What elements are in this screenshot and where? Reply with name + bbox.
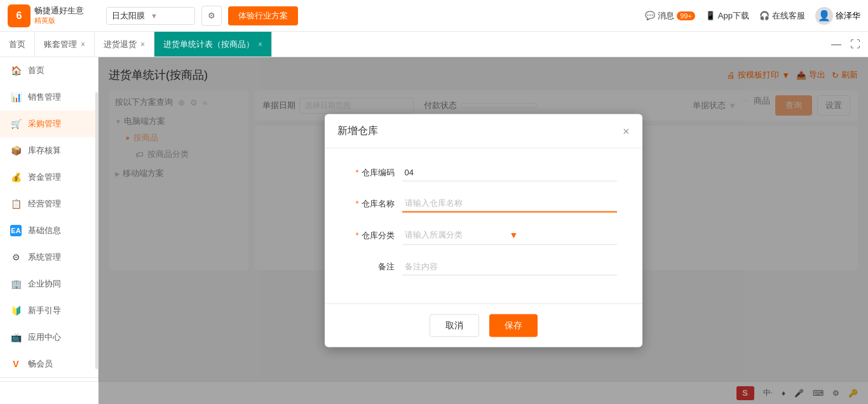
- basic-info-icon: EA: [10, 225, 22, 236]
- modal-body: *仓库编码 *仓库名称 *仓库分类 请输入所: [325, 149, 642, 304]
- tab-home-label: 首页: [9, 39, 25, 50]
- sidebar-item-home[interactable]: 🏠 首页: [0, 57, 98, 84]
- sidebar-item-guide-label: 新手引导: [28, 305, 61, 316]
- top-header: 6 畅捷通好生意 精英版 日太阳膜 ▼ ⚙ 体验行业方案 💬 消息 99+ 📱 …: [0, 0, 868, 32]
- phone-icon: 📱: [705, 11, 715, 20]
- sidebar-item-operations[interactable]: 📋 经营管理: [0, 191, 98, 217]
- form-row-category: *仓库分类 请输入所属分类 ▼: [350, 226, 617, 245]
- app-download-item[interactable]: 📱 App下载: [705, 10, 749, 22]
- sidebar-item-member[interactable]: V 畅会员: [0, 351, 98, 377]
- tab-account[interactable]: 账套管理 ×: [35, 32, 95, 57]
- header-main: 日太阳膜 ▼ ⚙ 体验行业方案: [106, 6, 645, 26]
- tab-maximize-icon[interactable]: ⛶: [848, 37, 863, 51]
- settings-icon[interactable]: ⚙: [201, 6, 222, 26]
- sidebar-item-appstore[interactable]: 📺 应用中心: [0, 324, 98, 351]
- sidebar-item-appstore-label: 应用中心: [28, 332, 61, 343]
- sidebar-item-purchase-label: 采购管理: [28, 118, 61, 130]
- sidebar-item-inventory[interactable]: 📦 库存核算: [0, 137, 98, 164]
- operations-icon: 📋: [10, 198, 22, 210]
- name-input[interactable]: [402, 194, 617, 213]
- online-service-item[interactable]: 🎧 在线客服: [759, 10, 805, 22]
- sidebar-item-system[interactable]: ⚙ 系统管理: [0, 244, 98, 271]
- code-required-mark: *: [355, 168, 358, 177]
- sidebar-item-sales[interactable]: 📊 销售管理: [0, 84, 98, 111]
- modal-footer: 取消 保存: [325, 304, 642, 347]
- cancel-button[interactable]: 取消: [430, 314, 479, 337]
- avatar: 👤: [815, 7, 833, 25]
- sidebar-item-finance-label: 资金管理: [28, 172, 61, 183]
- enterprise-icon: 🏢: [10, 278, 22, 290]
- name-required-mark: *: [355, 198, 358, 208]
- sidebar-item-basic-label: 基础信息: [28, 225, 61, 236]
- tab-purchase-stats[interactable]: 进货单统计表（按商品） ×: [154, 32, 272, 57]
- trial-button[interactable]: 体验行业方案: [228, 6, 298, 25]
- tab-minimize-icon[interactable]: —: [829, 37, 844, 51]
- tab-bar: 首页 账套管理 × 进货退货 × 进货单统计表（按商品） × — ⛶: [0, 32, 868, 57]
- tab-purchase-stats-label: 进货单统计表（按商品）: [163, 39, 254, 50]
- app-download-label: App下载: [718, 10, 749, 22]
- form-row-name: *仓库名称: [350, 194, 617, 213]
- member-icon: V: [10, 358, 22, 370]
- form-row-code: *仓库编码: [350, 164, 617, 182]
- user-avatar-area[interactable]: 👤 徐泽华: [815, 7, 860, 25]
- sidebar-item-sales-label: 销售管理: [28, 91, 61, 103]
- logo-area: 6 畅捷通好生意 精英版: [8, 4, 106, 27]
- home-icon: 🏠: [10, 65, 22, 76]
- sidebar-item-enterprise-label: 企业协同: [28, 278, 61, 290]
- category-label: *仓库分类: [350, 229, 395, 241]
- modal-header: 新增仓库 ×: [325, 114, 642, 149]
- logo-icon: 6: [8, 4, 31, 27]
- sidebar-item-purchase[interactable]: 🛒 采购管理: [0, 111, 98, 137]
- main-layout: 🏠 首页 📊 销售管理 🛒 采购管理 📦 库存核算 💰 资金管理 📋 经营管理 …: [0, 57, 868, 404]
- sales-icon: 📊: [10, 91, 22, 103]
- note-label: 备注: [350, 261, 395, 273]
- sidebar-item-operations-label: 经营管理: [28, 198, 61, 210]
- tab-controls: — ⛶: [824, 32, 868, 57]
- category-arrow-icon: ▼: [510, 230, 614, 240]
- category-required-mark: *: [355, 230, 358, 239]
- inventory-icon: 📦: [10, 145, 22, 156]
- tab-home[interactable]: 首页: [0, 32, 35, 57]
- category-select[interactable]: 请输入所属分类 ▼: [402, 226, 617, 245]
- code-label: *仓库编码: [350, 167, 395, 178]
- modal-close-icon[interactable]: ×: [623, 125, 630, 137]
- category-placeholder: 请输入所属分类: [405, 229, 510, 241]
- store-selector[interactable]: 日太阳膜 ▼: [106, 7, 195, 25]
- sidebar-item-member-label: 畅会员: [28, 358, 53, 370]
- note-input[interactable]: [402, 258, 617, 276]
- sidebar-item-basic[interactable]: EA 基础信息: [0, 217, 98, 244]
- guide-icon: 🔰: [10, 305, 22, 316]
- system-icon: ⚙: [10, 252, 22, 263]
- message-item[interactable]: 💬 消息 99+: [645, 10, 695, 22]
- tab-purchase-stats-close-icon[interactable]: ×: [258, 40, 262, 49]
- finance-icon: 💰: [10, 172, 22, 183]
- tab-account-label: 账套管理: [44, 39, 77, 50]
- code-input[interactable]: [402, 164, 617, 182]
- purchase-icon: 🛒: [10, 118, 22, 130]
- message-icon: 💬: [645, 11, 655, 20]
- sidebar-scrollbar[interactable]: [95, 92, 98, 370]
- sidebar-item-guide[interactable]: 🔰 新手引导: [0, 297, 98, 324]
- headset-icon: 🎧: [759, 11, 770, 20]
- sidebar-item-home-label: 首页: [28, 65, 44, 76]
- sidebar: 🏠 首页 📊 销售管理 🛒 采购管理 📦 库存核算 💰 资金管理 📋 经营管理 …: [0, 57, 98, 404]
- store-arrow-icon: ▼: [151, 12, 189, 20]
- page-content: 进货单统计(按商品) 🖨 按模板打印 ▼ 📤 导出 ↻ 刷新: [98, 57, 868, 404]
- tab-purchase-return-close-icon[interactable]: ×: [140, 40, 145, 49]
- user-name: 徐泽华: [836, 10, 860, 22]
- add-warehouse-modal: 新增仓库 × *仓库编码 *仓库名称: [325, 114, 642, 347]
- appstore-icon: 📺: [10, 332, 22, 343]
- name-label: *仓库名称: [350, 198, 395, 209]
- sidebar-item-inventory-label: 库存核算: [28, 145, 61, 156]
- store-name: 日太阳膜: [112, 10, 151, 22]
- tab-purchase-return[interactable]: 进货退货 ×: [95, 32, 154, 57]
- tab-account-close-icon[interactable]: ×: [81, 40, 85, 49]
- sidebar-item-finance[interactable]: 💰 资金管理: [0, 164, 98, 191]
- logo-name: 畅捷通好生意: [34, 6, 84, 17]
- header-right: 💬 消息 99+ 📱 App下载 🎧 在线客服 👤 徐泽华: [645, 7, 860, 25]
- form-row-note: 备注: [350, 258, 617, 276]
- sidebar-item-system-label: 系统管理: [28, 252, 61, 263]
- save-button[interactable]: 保存: [489, 314, 538, 337]
- sidebar-item-enterprise[interactable]: 🏢 企业协同: [0, 271, 98, 297]
- message-badge: 99+: [677, 11, 695, 20]
